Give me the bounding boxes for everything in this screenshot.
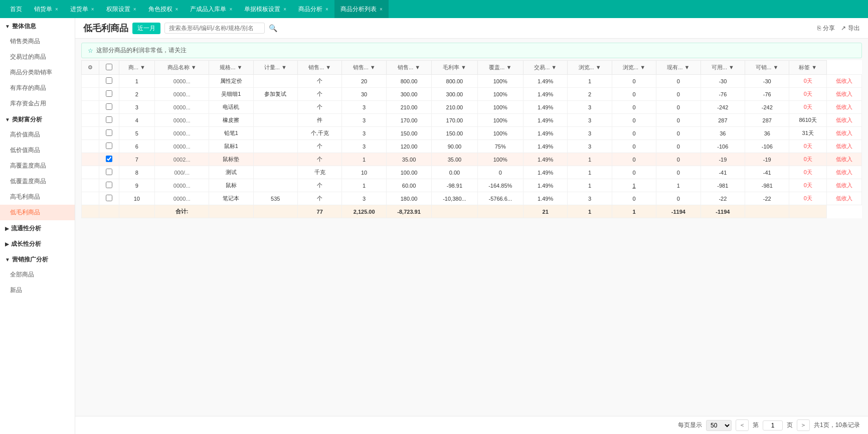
row-checkbox-cell[interactable] <box>99 75 119 88</box>
close-permission-icon[interactable]: × <box>133 7 136 12</box>
sidebar-group-overall[interactable]: ▼ 整体信息 <box>0 18 75 34</box>
col-sales-price[interactable]: 销售... ▼ <box>342 61 386 75</box>
sidebar-item-high-value[interactable]: 高价值商品 <box>0 127 75 142</box>
row-checkbox[interactable] <box>106 90 112 97</box>
next-page-button[interactable]: ＞ <box>797 419 810 431</box>
col-tag[interactable]: 标签 ▼ <box>789 61 826 75</box>
row-checkbox-cell[interactable] <box>99 101 119 114</box>
nav-product-entry[interactable]: 产成品入库单 × <box>184 0 238 18</box>
col-sales-profit[interactable]: 销售... ▼ <box>386 61 431 75</box>
row-checkbox-cell[interactable] <box>99 153 119 166</box>
close-product-analysis-list-icon[interactable]: × <box>380 7 383 12</box>
row-checkbox-cell[interactable] <box>99 127 119 140</box>
row-available: 36 <box>745 127 789 140</box>
row-checkbox[interactable] <box>106 77 112 84</box>
col-sales-qty[interactable]: 销售... ▼ <box>298 61 342 75</box>
row-checkbox[interactable] <box>106 195 112 201</box>
close-purchase-order-icon[interactable]: × <box>91 7 94 12</box>
prev-page-button[interactable]: ＜ <box>736 419 749 431</box>
sidebar-item-in-stock[interactable]: 有库存的商品 <box>0 80 75 96</box>
search-input[interactable] <box>164 23 265 34</box>
search-icon[interactable]: 🔍 <box>269 24 277 32</box>
col-available[interactable]: 可用... ▼ <box>701 61 745 75</box>
col-settings[interactable]: ⚙ <box>82 61 99 75</box>
sidebar-group-wealth[interactable]: ▼ 类财富分析 <box>0 111 75 127</box>
row-checkbox-cell[interactable] <box>99 179 119 192</box>
row-checkbox[interactable] <box>106 156 112 162</box>
close-product-entry-icon[interactable]: × <box>229 7 232 12</box>
sidebar-item-category-rate[interactable]: 商品分类助销率 <box>0 65 75 80</box>
row-available: -76 <box>745 88 789 101</box>
share-button[interactable]: ⎘ 分享 <box>817 24 835 33</box>
row-no: 5 <box>119 127 155 140</box>
sidebar-item-new-products[interactable]: 新品 <box>0 282 75 298</box>
select-all-checkbox[interactable] <box>106 64 112 70</box>
close-role-auth-icon[interactable]: × <box>176 7 179 12</box>
per-page-select[interactable]: 50 100 200 <box>706 420 732 431</box>
row-available: -242 <box>745 101 789 114</box>
col-browse1[interactable]: 浏览... ▼ <box>568 61 612 75</box>
col-transaction[interactable]: 交易... ▼ <box>523 61 567 75</box>
table-wrapper[interactable]: ⚙ 商... ▼ 商品名称 ▼ 规格... ▼ 计量... ▼ 销售... ▼ … <box>81 60 862 416</box>
date-filter-button[interactable]: 近一月 <box>132 23 160 34</box>
row-browse1[interactable]: 1 <box>612 179 656 192</box>
nav-product-analysis[interactable]: 商品分析 × <box>292 0 334 18</box>
sidebar-group-circulation[interactable]: ▶ 流通性分析 <box>0 220 75 236</box>
sidebar-item-stock-capital[interactable]: 库存资金占用 <box>0 96 75 111</box>
row-checkbox[interactable] <box>106 169 112 175</box>
close-sales-order-icon[interactable]: × <box>55 7 58 12</box>
col-current-stock[interactable]: 现有... ▼ <box>656 61 701 75</box>
sidebar-item-high-margin[interactable]: 高毛利商品 <box>0 189 75 205</box>
sidebar-item-traded-products[interactable]: 交易过的商品 <box>0 49 75 65</box>
row-checkbox-cell[interactable] <box>99 166 119 179</box>
sidebar-group-marketing[interactable]: ▼ 营销推广分析 <box>0 251 75 267</box>
nav-home[interactable]: 首页 <box>4 0 28 18</box>
nav-template-settings[interactable]: 单据模板设置 × <box>238 0 292 18</box>
close-template-settings-icon[interactable]: × <box>283 7 286 12</box>
nav-purchase-order[interactable]: 进货单 × <box>64 0 100 18</box>
row-sales-profit: 35.00 <box>432 153 477 166</box>
nav-product-analysis-list[interactable]: 商品分析列表 × <box>334 0 389 18</box>
row-checkbox-cell[interactable] <box>99 192 119 205</box>
close-product-analysis-icon[interactable]: × <box>325 7 328 12</box>
col-code[interactable]: 商... ▼ <box>119 61 155 75</box>
row-checkbox[interactable] <box>106 103 112 110</box>
row-sellable: 0天 <box>789 88 826 101</box>
sidebar-item-low-coverage[interactable]: 低覆盖度商品 <box>0 174 75 189</box>
nav-sales-order[interactable]: 销货单 × <box>28 0 64 18</box>
page-input[interactable] <box>763 420 783 430</box>
col-coverage[interactable]: 覆盖... ▼ <box>477 61 523 75</box>
row-name: 橡皮擦 <box>209 114 253 127</box>
sidebar-item-all-products[interactable]: 全部商品 <box>0 267 75 282</box>
row-browse1: 0 <box>612 192 656 205</box>
row-checkbox-cell[interactable] <box>99 114 119 127</box>
nav-permission[interactable]: 权限设置 × <box>100 0 142 18</box>
sidebar-item-low-margin[interactable]: 低毛利商品 <box>0 205 75 220</box>
col-gross-margin[interactable]: 毛利率 ▼ <box>432 61 477 75</box>
sidebar-group-growth[interactable]: ▶ 成长性分析 <box>0 236 75 251</box>
row-code: 0000... <box>155 101 209 114</box>
row-checkbox[interactable] <box>106 142 112 149</box>
row-checkbox[interactable] <box>106 182 112 188</box>
sidebar-item-low-value[interactable]: 低价值商品 <box>0 142 75 158</box>
nav-role-auth[interactable]: 角色授权 × <box>142 0 185 18</box>
sidebar-item-high-coverage[interactable]: 高覆盖度商品 <box>0 158 75 174</box>
row-available: 287 <box>745 114 789 127</box>
col-unit[interactable]: 计量... ▼ <box>253 61 297 75</box>
col-checkbox[interactable] <box>99 61 119 75</box>
col-browse2[interactable]: 浏览... ▼ <box>612 61 656 75</box>
row-checkbox[interactable] <box>106 129 112 136</box>
col-name[interactable]: 商品名称 ▼ <box>155 61 209 75</box>
row-sales-qty: 30 <box>342 88 386 101</box>
top-nav: 首页 销货单 × 进货单 × 权限设置 × 角色授权 × 产成品入库单 × 单据… <box>0 0 868 18</box>
col-spec[interactable]: 规格... ▼ <box>209 61 253 75</box>
export-button[interactable]: ↗ 导出 <box>841 24 860 33</box>
row-checkbox-cell[interactable] <box>99 140 119 153</box>
row-current-stock: -19 <box>701 153 745 166</box>
row-checkbox-cell[interactable] <box>99 88 119 101</box>
row-transaction: 3 <box>568 101 612 114</box>
row-browse1: 0 <box>612 166 656 179</box>
sidebar-item-sales-products[interactable]: 销售类商品 <box>0 34 75 49</box>
row-checkbox[interactable] <box>106 116 112 123</box>
col-sellable[interactable]: 可销... ▼ <box>745 61 789 75</box>
